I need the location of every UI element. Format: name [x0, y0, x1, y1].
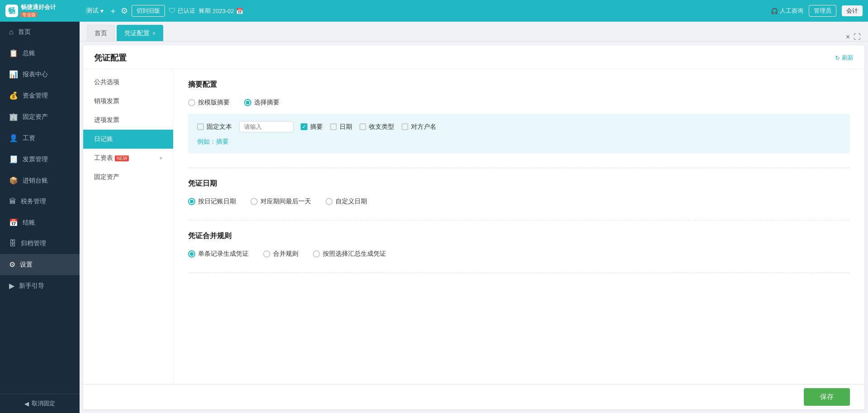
fixed-text-checkbox-box [197, 123, 204, 130]
logo-text: 畅捷通好会计 [21, 4, 56, 11]
left-nav-sales-label: 销项发票 [94, 97, 119, 104]
merge-radio-single[interactable]: 单条记录生成凭证 [188, 250, 249, 258]
sidebar-item-close[interactable]: 📅 结账 [0, 212, 80, 233]
summary-section: 摘要配置 按模版摘要 选择摘要 [188, 80, 850, 153]
page-header: 凭证配置 ↻ 刷新 [83, 45, 864, 69]
divider-3 [188, 272, 850, 273]
pin-icon: ◀ [24, 400, 29, 407]
left-nav-purchase-inv[interactable]: 进项发票 [83, 111, 173, 130]
sidebar-item-settings[interactable]: ⚙ 设置 [0, 254, 80, 275]
cancel-fixed-button[interactable]: ◀ 取消固定 [0, 394, 80, 413]
sidebar-item-payroll[interactable]: 👤 工资 [0, 127, 80, 149]
sidebar-label-report: 报表中心 [23, 70, 48, 79]
sidebar-item-home[interactable]: ⌂ 首页 [0, 22, 80, 42]
date-radio-custom[interactable]: 自定义日期 [326, 197, 367, 206]
consult-button[interactable]: 🎧 人工咨询 [771, 7, 803, 15]
sidebar-item-tax[interactable]: 🏛 税务管理 [0, 191, 80, 212]
left-nav-public[interactable]: 公共选项 [83, 73, 173, 92]
single-merge-label: 单条记录生成凭证 [198, 250, 249, 258]
fixed-text-checkbox[interactable]: 固定文本 [197, 123, 232, 131]
project-selector[interactable]: 测试 ▾ [86, 7, 104, 15]
summary-checkbox[interactable]: ✓ 摘要 [301, 123, 323, 131]
fixed-text-label: 固定文本 [207, 123, 232, 131]
calendar-icon[interactable]: 📅 [236, 8, 243, 14]
tab-close-window[interactable]: × [846, 33, 850, 41]
sidebar-item-ledger[interactable]: 📋 总账 [0, 42, 80, 64]
logo-sub: 专业版 [21, 12, 37, 17]
period-label: 账期 [199, 7, 211, 15]
left-nav-journal-label: 日记账 [94, 135, 113, 142]
switch-old-button[interactable]: 切到旧版 [132, 5, 165, 17]
headset-icon: 🎧 [771, 8, 778, 14]
sidebar-item-guide[interactable]: ▶ 新手引导 [0, 275, 80, 296]
consult-label: 人工咨询 [780, 7, 803, 15]
date-checkbox[interactable]: 日期 [330, 123, 352, 131]
example-prefix: 例如： [197, 138, 216, 145]
tab-bar: 首页 凭证配置 × × ⛶ [80, 22, 868, 42]
sidebar-item-capital[interactable]: 💰 资金管理 [0, 85, 80, 106]
left-nav: 公共选项 销项发票 进项发票 日记账 工资表 NEW ▾ [83, 69, 174, 384]
single-merge-radio-circle [188, 250, 195, 258]
journal-date-label: 按日记账日期 [198, 197, 236, 206]
merge-radio-rule[interactable]: 合并规则 [263, 250, 298, 258]
admin-button[interactable]: 管理员 [809, 5, 836, 17]
date-checkbox-box [330, 123, 337, 130]
sidebar-label-capital: 资金管理 [23, 92, 48, 100]
left-nav-sales[interactable]: 销项发票 [83, 92, 173, 111]
fixed-text-input[interactable] [239, 121, 293, 132]
bottom-bar: 保存 [83, 384, 864, 409]
sidebar-label-ledger: 总账 [23, 49, 35, 57]
content-area: 首页 凭证配置 × × ⛶ 凭证配置 ↻ 刷新 [80, 22, 868, 413]
left-nav-payroll-sheet[interactable]: 工资表 NEW ▾ [83, 149, 173, 168]
tax-icon: 🏛 [9, 197, 16, 206]
invoice-icon: 🧾 [9, 155, 18, 164]
sidebar-item-asset[interactable]: 🏢 固定资产 [0, 106, 80, 127]
settings-icon[interactable]: ⚙ [121, 6, 128, 16]
sidebar-label-guide: 新手引导 [19, 282, 44, 290]
tab-fullscreen[interactable]: ⛶ [854, 33, 861, 41]
topbar: 畅 畅捷通好会计 专业版 测试 ▾ ＋ ⚙ 切到旧版 🛡 已认证 账期 2023… [0, 0, 868, 22]
tab-close-icon[interactable]: × [152, 30, 156, 37]
summary-radio-template[interactable]: 按模版摘要 [188, 99, 230, 107]
counterpart-checkbox[interactable]: 对方户名 [401, 123, 436, 131]
date-radio-period-last[interactable]: 对应期间最后一天 [250, 197, 311, 206]
period-info: 账期 2023-02 📅 [199, 7, 243, 15]
sidebar-scroll: ⌂ 首页 📋 总账 📊 报表中心 💰 资金管理 🏢 固定资产 👤 工资 [0, 22, 80, 394]
period-value: 2023-02 [212, 8, 234, 14]
summary-radio-select[interactable]: 选择摘要 [244, 99, 279, 107]
certified-label: 已认证 [178, 7, 195, 15]
divider-2 [188, 220, 850, 221]
summary-checkbox-box: ✓ [301, 123, 307, 130]
template-radio-circle [188, 99, 195, 106]
accountant-button[interactable]: 会计 [842, 5, 863, 16]
add-button[interactable]: ＋ [109, 5, 117, 16]
custom-date-radio-circle [326, 198, 333, 205]
summary-merge-radio-circle [313, 250, 320, 258]
left-nav-fixed-asset[interactable]: 固定资产 [83, 168, 173, 187]
merge-radio-summary[interactable]: 按照选择汇总生成凭证 [313, 250, 386, 258]
tab-home[interactable]: 首页 [87, 25, 115, 41]
left-nav-purchase-inv-label: 进项发票 [94, 116, 119, 123]
income-type-checkbox[interactable]: 收支类型 [359, 123, 394, 131]
journal-date-radio-circle [188, 198, 195, 205]
template-radio-label: 按模版摘要 [198, 99, 230, 107]
sidebar-label-settings: 设置 [20, 261, 33, 269]
right-content: 摘要配置 按模版摘要 选择摘要 [174, 69, 864, 384]
date-radio-journal[interactable]: 按日记账日期 [188, 197, 236, 206]
refresh-button[interactable]: ↻ 刷新 [835, 54, 854, 62]
sidebar-item-invoice[interactable]: 🧾 发票管理 [0, 149, 80, 170]
guide-icon: ▶ [9, 282, 14, 290]
sidebar-item-archive[interactable]: 🗄 归档管理 [0, 233, 80, 254]
left-nav-journal[interactable]: 日记账 [83, 130, 173, 149]
tab-voucher-config[interactable]: 凭证配置 × [117, 25, 163, 41]
purchase-icon: 📦 [9, 176, 18, 185]
dropdown-icon: ▾ [100, 7, 104, 14]
cancel-fixed-label: 取消固定 [32, 399, 55, 408]
asset-icon: 🏢 [9, 113, 18, 121]
save-button[interactable]: 保存 [804, 388, 850, 406]
topbar-right: 🎧 人工咨询 管理员 会计 [771, 5, 863, 17]
close-period-icon: 📅 [9, 218, 18, 227]
select-radio-label: 选择摘要 [254, 99, 279, 107]
sidebar-item-report[interactable]: 📊 报表中心 [0, 64, 80, 85]
sidebar-item-purchase[interactable]: 📦 进销台账 [0, 170, 80, 191]
